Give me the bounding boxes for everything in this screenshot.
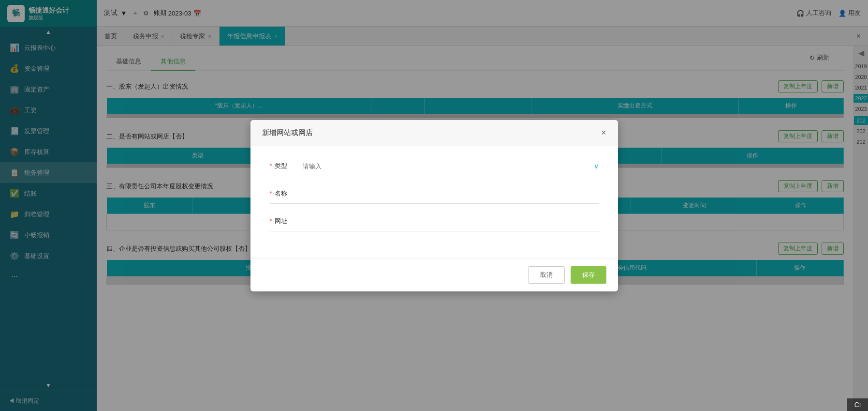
form-row-url: * 网址	[270, 216, 599, 231]
form-row-name: * 名称	[270, 188, 599, 204]
form-row-type: * 类型 ∨	[270, 161, 599, 176]
cancel-button[interactable]: 取消	[528, 266, 565, 284]
name-required-mark: *	[270, 190, 272, 197]
modal-title: 新增网站或网店	[262, 128, 313, 137]
watermark-text: Ci	[854, 401, 861, 409]
url-input[interactable]	[299, 216, 599, 227]
modal-close-btn[interactable]: ×	[601, 128, 606, 138]
modal-header: 新增网站或网店 ×	[250, 120, 618, 146]
name-label: * 名称	[270, 189, 299, 198]
type-dropdown-icon[interactable]: ∨	[594, 162, 599, 170]
name-label-text: 名称	[275, 190, 287, 197]
url-label: * 网址	[270, 217, 299, 226]
url-required-mark: *	[270, 217, 272, 225]
modal-footer: 取消 保存	[250, 258, 618, 291]
modal-body: * 类型 ∨ * 名称 * 网址	[250, 146, 618, 258]
type-select-wrapper: ∨	[299, 161, 599, 172]
watermark: Ci	[847, 398, 868, 411]
url-label-text: 网址	[275, 217, 287, 225]
type-required-mark: *	[270, 162, 272, 169]
modal-overlay[interactable]: 新增网站或网店 × * 类型 ∨ * 名称	[0, 0, 868, 411]
type-label: * 类型	[270, 162, 299, 170]
type-label-text: 类型	[275, 162, 287, 169]
save-button[interactable]: 保存	[571, 266, 606, 284]
name-input[interactable]	[299, 188, 599, 199]
type-input[interactable]	[299, 161, 594, 172]
modal-add-website: 新增网站或网店 × * 类型 ∨ * 名称	[250, 120, 618, 291]
